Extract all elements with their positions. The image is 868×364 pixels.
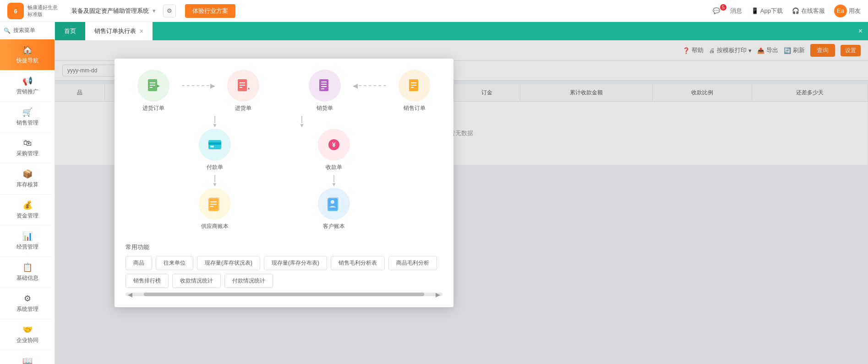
- settings-gear-btn[interactable]: ⚙: [163, 5, 176, 17]
- page-content: ❓ 帮助 🖨 按模板打印 ▾ 📤 导出 🔄 刷新 查询 设置: [55, 40, 868, 364]
- sales-bill-circle: [309, 70, 341, 102]
- supplier-ledger-circle: [199, 188, 231, 220]
- sidebar-item-inventory[interactable]: 📦 库存核算: [0, 163, 55, 195]
- gear-icon: ⚙: [24, 293, 31, 304]
- func-btn-product-profit[interactable]: 商品毛利分析: [388, 256, 437, 270]
- bag-icon: 🛍: [23, 138, 32, 148]
- sidebar: 🔍 搜索菜单 🏠 快捷导航 📢 营销推广 🛒 销售管理 🛍 采购管理 📦 库存核…: [0, 22, 55, 364]
- flow-node-payment[interactable]: 付款单: [185, 129, 245, 171]
- flow-row-3: 供应商账本: [185, 188, 442, 230]
- tab-bar: 首页 销售订单执行表 × ×: [55, 22, 868, 40]
- tab-close-btn[interactable]: ×: [140, 27, 143, 35]
- quick-guide-modal: 进货订单 ▶: [115, 59, 453, 307]
- common-funcs-title: 常用功能: [126, 243, 442, 251]
- system-title-text: 装备及固定资产辅助管理系统: [71, 7, 149, 15]
- logo-area: 6 畅康通好生意 标准版: [7, 3, 62, 19]
- home-icon: 🏠: [22, 45, 33, 55]
- flow-node-sales-bill[interactable]: 销货单: [297, 70, 352, 112]
- scroll-thumb[interactable]: [144, 293, 424, 296]
- func-btn-stock-status[interactable]: 现存量(库存状况表): [197, 256, 260, 270]
- search-menu-btn[interactable]: 🔍 搜索菜单: [0, 22, 55, 39]
- horizontal-scrollbar[interactable]: ◀ ▶: [126, 293, 442, 296]
- payment-circle: [199, 129, 231, 161]
- flow-node-sales-order[interactable]: 销售订单: [387, 70, 442, 112]
- func-btn-product[interactable]: 商品: [126, 256, 152, 270]
- func-btns-row1: 商品 往来单位 现存量(库存状况表) 现存量(库存分布表) 销售毛利分析表 商品…: [126, 256, 442, 270]
- svg-rect-12: [319, 79, 328, 91]
- tab-sales-order-exec[interactable]: 销售订单执行表 ×: [85, 22, 153, 40]
- flow-diagram: 进货订单 ▶: [126, 70, 442, 234]
- message-btn[interactable]: 💬 5 消息: [713, 7, 742, 15]
- main-layout: 🔍 搜索菜单 🏠 快捷导航 📢 营销推广 🛒 销售管理 🛍 采购管理 📦 库存核…: [0, 22, 868, 364]
- svg-text:6: 6: [14, 8, 17, 15]
- cart-icon: 🛒: [22, 107, 33, 117]
- user-menu-btn[interactable]: Ea 用友: [834, 5, 861, 17]
- sidebar-item-basic-info[interactable]: 📋 基础信息: [0, 257, 55, 288]
- experience-btn[interactable]: 体验行业方案: [185, 4, 235, 18]
- chart-icon: 📊: [22, 231, 33, 241]
- flow-node-receipt[interactable]: ¥ 收款单: [304, 129, 364, 171]
- func-btns-row2: 销售排行榜 收款情况统计 付款情况统计: [126, 274, 442, 288]
- svg-point-33: [331, 200, 334, 204]
- common-funcs-section: 常用功能 商品 往来单位 现存量(库存状况表) 现存量(库存分布表) 销售毛利分…: [126, 243, 442, 288]
- customer-ledger-circle: [318, 188, 350, 220]
- service-icon: 🎧: [792, 7, 799, 14]
- sidebar-item-system[interactable]: ⚙ 系统管理: [0, 288, 55, 319]
- flow-node-purchase-bill[interactable]: 进货单: [215, 70, 271, 112]
- top-header: 6 畅康通好生意 标准版 装备及固定资产辅助管理系统 ▾ ⚙ 体验行业方案 💬 …: [0, 0, 868, 22]
- money-icon: 💰: [22, 200, 33, 210]
- sidebar-item-newbie[interactable]: 📖 新手引导: [0, 350, 55, 364]
- box-icon: 📦: [22, 169, 33, 179]
- svg-rect-23: [210, 146, 214, 147]
- online-service-btn[interactable]: 🎧 在线客服: [792, 7, 825, 15]
- func-btn-sales-profit[interactable]: 销售毛利分析表: [331, 256, 385, 270]
- receipt-circle: ¥: [318, 129, 350, 161]
- search-icon: 🔍: [4, 27, 11, 34]
- sidebar-item-operations[interactable]: 📊 经营管理: [0, 226, 55, 257]
- dropdown-icon[interactable]: ▾: [153, 7, 156, 14]
- sidebar-item-purchase[interactable]: 🛍 采购管理: [0, 133, 55, 163]
- content-area: 首页 销售订单执行表 × × ❓ 帮助 🖨 按模板打印 ▾: [55, 22, 868, 364]
- sidebar-item-cooperation[interactable]: 🤝 企业协同: [0, 319, 55, 350]
- func-btn-receipt-stat[interactable]: 收款情况统计: [172, 274, 221, 288]
- func-btn-payment-stat[interactable]: 付款情况统计: [224, 274, 273, 288]
- arrow-1: ▶: [181, 82, 215, 89]
- tab-close-all-btn[interactable]: ×: [858, 27, 863, 35]
- app-download-btn[interactable]: 📱 App下载: [751, 7, 783, 15]
- flow-row-1: 进货订单 ▶: [126, 70, 442, 112]
- avatar: Ea: [834, 5, 847, 17]
- func-btn-partner[interactable]: 往来单位: [156, 256, 193, 270]
- svg-marker-11: [248, 87, 250, 89]
- modal-overlay[interactable]: 进货订单 ▶: [55, 40, 868, 364]
- svg-marker-6: [157, 85, 160, 87]
- app-logo: 6: [7, 3, 24, 19]
- scroll-left-btn[interactable]: ◀: [126, 290, 135, 299]
- sidebar-item-sales[interactable]: 🛒 销售管理: [0, 102, 55, 133]
- book-icon: 📖: [22, 356, 33, 364]
- func-btn-stock-dist[interactable]: 现存量(库存分布表): [264, 256, 327, 270]
- scroll-right-btn[interactable]: ▶: [433, 290, 442, 299]
- tab-home[interactable]: 首页: [55, 22, 85, 40]
- clipboard-icon: 📋: [22, 262, 33, 272]
- message-badge: 5: [720, 4, 726, 11]
- svg-rect-22: [208, 142, 221, 145]
- purchase-bill-circle: [227, 70, 259, 102]
- flow-node-purchase-order[interactable]: 进货订单: [126, 70, 181, 112]
- megaphone-icon: 📢: [22, 76, 33, 86]
- system-title: 装备及固定资产辅助管理系统 ▾ ⚙ 体验行业方案: [71, 4, 713, 18]
- purchase-order-circle: [137, 70, 169, 102]
- message-icon: 💬: [713, 7, 720, 14]
- flow-row-2: 付款单 ¥: [185, 129, 442, 171]
- svg-text:¥: ¥: [332, 141, 336, 148]
- handshake-icon: 🤝: [22, 325, 33, 335]
- logo-text: 畅康通好生意 标准版: [27, 4, 58, 17]
- func-btn-sales-rank[interactable]: 销售排行榜: [126, 274, 169, 288]
- flow-node-supplier-ledger[interactable]: 供应商账本: [185, 188, 245, 230]
- sidebar-item-quick-guide[interactable]: 🏠 快捷导航: [0, 39, 55, 71]
- phone-icon: 📱: [751, 7, 759, 14]
- sales-order-circle: [399, 70, 431, 102]
- flow-node-customer-ledger[interactable]: 客户账本: [304, 188, 364, 230]
- sidebar-item-marketing[interactable]: 📢 营销推广: [0, 71, 55, 102]
- arrow-2: ▶: [353, 82, 387, 89]
- sidebar-item-finance[interactable]: 💰 资金管理: [0, 195, 55, 226]
